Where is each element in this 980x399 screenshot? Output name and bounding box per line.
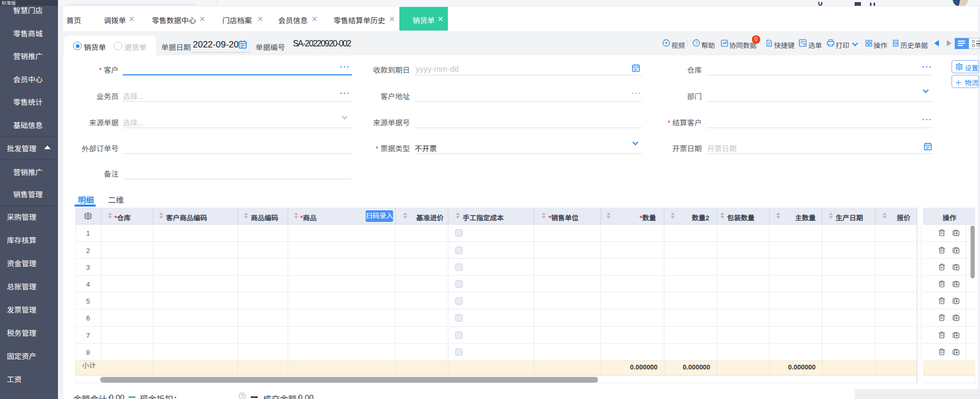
svg-text:?: ? [695, 41, 698, 46]
